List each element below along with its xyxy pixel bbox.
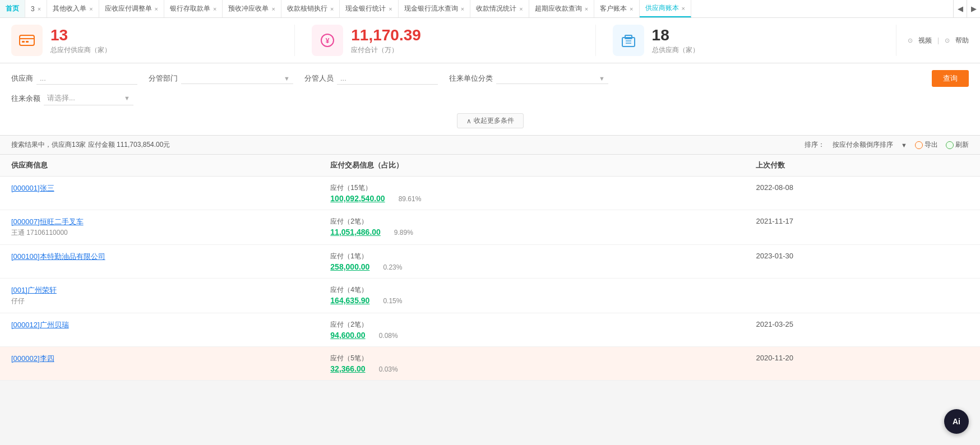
nav-arrow-right[interactable]: ▶: [967, 0, 980, 18]
export-icon: [915, 141, 923, 149]
last-payment-date: 2023-01-30: [756, 252, 793, 260]
nav-arrow-left[interactable]: ◀: [953, 0, 967, 18]
nav-tab-adjustment-label: 应收应付调整单: [105, 4, 152, 13]
tx-amount[interactable]: 258,000.00: [330, 262, 369, 271]
nav-tab-adjustment[interactable]: 应收应付调整单 ×: [99, 0, 164, 17]
nav-tab-other-income-close[interactable]: ×: [89, 6, 93, 12]
col-header-transaction: 应付交易信息（占比）: [330, 160, 756, 170]
tx-amount[interactable]: 100,092,540.00: [330, 194, 385, 203]
tx-label: 应付（1笔）: [330, 252, 756, 261]
total-suppliers-number: 18: [652, 26, 699, 45]
supplier-info-col: [001]广州荣轩 仔仔: [11, 285, 330, 306]
video-link[interactable]: 视频: [918, 36, 932, 45]
table-row: [001]广州荣轩 仔仔 应付（4笔） 164,635.90 0.15%: [0, 279, 980, 313]
nav-tab-collection-close[interactable]: ×: [330, 6, 334, 12]
dept-chevron-icon: ▼: [284, 75, 290, 82]
collapse-button[interactable]: ∧ 收起更多条件: [457, 113, 524, 128]
person-input-box[interactable]: ...: [337, 72, 438, 85]
payable-suppliers-info: 13 总应付供应商（家）: [50, 26, 111, 55]
nav-tab-overdue[interactable]: 超期应收款查询 ×: [529, 0, 594, 17]
filter-supplier: 供应商 ...: [11, 72, 137, 85]
nav-tab-bank-deposit-label: 银行存取款单: [170, 4, 210, 13]
nav-tab-cash-flow-close[interactable]: ×: [461, 6, 464, 12]
supplier-name-link[interactable]: [001]广州荣轩: [11, 285, 330, 295]
last-payment-date: 2020-11-20: [756, 354, 793, 362]
filter-area: 供应商 ... 分管部门 ▼ 分管人员 ... 往来单位分类 ▼ 查询: [0, 63, 980, 136]
tx-amount[interactable]: 11,051,486.00: [330, 228, 381, 237]
nav-tab-cash-stat[interactable]: 现金银行统计 ×: [340, 0, 398, 17]
right-actions: 排序： 按应付余额倒序排序 ▼ 导出 刷新: [805, 140, 969, 150]
tx-label: 应付（2笔）: [330, 320, 756, 330]
nav-arrows: ◀ ▶: [953, 0, 980, 18]
category-label: 往来单位分类: [449, 73, 493, 84]
nav-tab-bank-deposit[interactable]: 银行存取款单 ×: [164, 0, 223, 17]
refresh-icon: [946, 141, 954, 149]
nav-tab-cash-flow[interactable]: 现金银行流水查询 ×: [399, 0, 470, 17]
nav-tab-collection-stat-close[interactable]: ×: [519, 6, 523, 12]
nav-tab-cash-stat-label: 现金银行统计: [345, 4, 386, 13]
dept-label: 分管部门: [149, 73, 178, 84]
payable-suppliers-icon: [11, 25, 43, 56]
filter-category: 往来单位分类 ▼: [449, 73, 608, 84]
sort-value[interactable]: 按应付余额倒序排序: [833, 140, 893, 150]
supplier-input-box[interactable]: ...: [36, 72, 137, 85]
svg-rect-8: [618, 30, 639, 51]
tx-label: 应付（4笔）: [330, 285, 756, 295]
svg-text:¥: ¥: [326, 37, 330, 45]
tx-row: 164,635.90 0.15%: [330, 296, 756, 305]
nav-tab-collection-stat[interactable]: 收款情况统计 ×: [470, 0, 529, 17]
nav-tab-supplier-ledger-close[interactable]: ×: [682, 5, 685, 12]
nav-tab-collection[interactable]: 收款核销执行 ×: [281, 0, 340, 17]
nav-tab-prepay-close[interactable]: ×: [271, 6, 275, 12]
last-payment-col: 2023-01-30: [756, 252, 969, 260]
filter-row-2: 往来余额 请选择... ▼: [11, 91, 969, 105]
tx-pct: 0.08%: [379, 332, 398, 340]
supplier-label: 供应商: [11, 73, 33, 84]
table-row: [000100]本特勤油品有限公司 应付（1笔） 258,000.00 0.23…: [0, 245, 980, 279]
summary-card-total-suppliers: 18 总供应商（家）: [596, 25, 896, 56]
supplier-placeholder: ...: [40, 74, 134, 82]
nav-tab-overdue-close[interactable]: ×: [585, 6, 588, 12]
tx-row: 100,092,540.00 89.61%: [330, 194, 756, 203]
balance-chevron-icon: ▼: [124, 95, 130, 101]
tx-row: 258,000.00 0.23%: [330, 262, 756, 271]
supplier-name-link[interactable]: [000012]广州贝瑞: [11, 320, 330, 330]
export-button[interactable]: 导出: [915, 140, 938, 150]
nav-tab-customer-ledger-close[interactable]: ×: [630, 6, 633, 12]
refresh-button[interactable]: 刷新: [946, 140, 969, 150]
svg-rect-4: [26, 41, 29, 43]
tx-amount[interactable]: 94,600.00: [330, 331, 365, 340]
tx-amount[interactable]: 32,366.00: [330, 364, 365, 373]
nav-tab-num[interactable]: 3 ×: [25, 0, 47, 17]
supplier-name-link[interactable]: [000001]张三: [11, 183, 330, 193]
transaction-info-col: 应付（2笔） 94,600.00 0.08%: [330, 320, 756, 340]
category-select-box[interactable]: ▼: [496, 73, 608, 84]
col-header-supplier: 供应商信息: [11, 160, 330, 170]
tx-label: 应付（2笔）: [330, 217, 756, 226]
nav-tab-cash-stat-close[interactable]: ×: [389, 6, 392, 12]
nav-tab-adjustment-close[interactable]: ×: [155, 6, 158, 12]
help-link[interactable]: 帮助: [955, 36, 969, 45]
nav-tab-num-close[interactable]: ×: [38, 6, 41, 12]
search-button[interactable]: 查询: [932, 70, 969, 87]
balance-select-box[interactable]: 请选择... ▼: [44, 91, 133, 105]
nav-tab-num-label: 3: [31, 5, 35, 13]
supplier-name-link[interactable]: [000007]恒旺二手叉车: [11, 217, 330, 227]
total-suppliers-icon: [613, 25, 644, 56]
supplier-name-link[interactable]: [000100]本特勤油品有限公司: [11, 252, 330, 262]
tx-pct: 0.23%: [383, 263, 402, 271]
dept-select-box[interactable]: ▼: [181, 73, 293, 84]
nav-tab-prepay[interactable]: 预收冲应收单 ×: [223, 0, 281, 17]
nav-tab-bank-deposit-close[interactable]: ×: [213, 6, 216, 12]
tx-amount[interactable]: 164,635.90: [330, 296, 369, 305]
nav-tab-other-income[interactable]: 其他收入单 ×: [47, 0, 99, 17]
nav-home[interactable]: 首页: [0, 0, 25, 17]
transaction-info-col: 应付（1笔） 258,000.00 0.23%: [330, 252, 756, 271]
nav-tab-supplier-ledger[interactable]: 供应商账本 ×: [640, 0, 691, 17]
person-label: 分管人员: [304, 73, 334, 84]
last-payment-col: 2022-08-08: [756, 183, 969, 192]
transaction-info-col: 应付（15笔） 100,092,540.00 89.61%: [330, 183, 756, 203]
summary-bar: 13 总应付供应商（家） ¥ 11,170.39 应付合计（万）: [0, 18, 980, 63]
nav-tab-customer-ledger[interactable]: 客户账本 ×: [594, 0, 639, 17]
supplier-name-link[interactable]: [000002]李四: [11, 354, 330, 364]
